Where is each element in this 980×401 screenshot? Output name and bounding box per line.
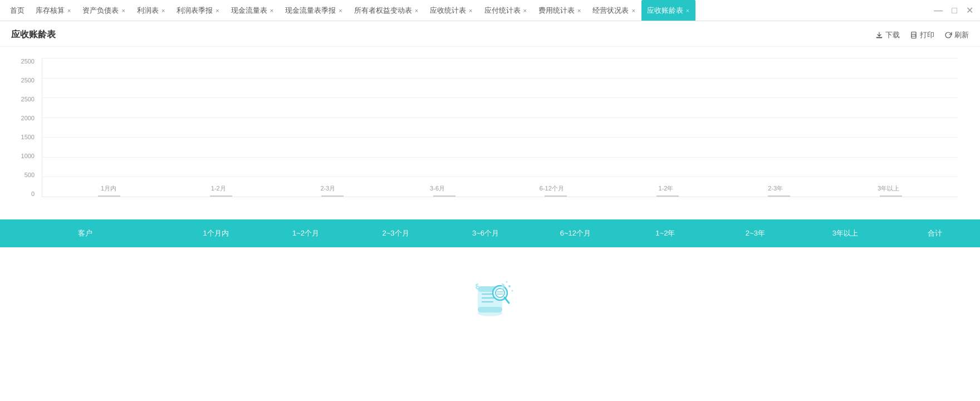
y-label-2500b: 2500 bbox=[21, 77, 35, 84]
svg-point-16 bbox=[508, 285, 511, 287]
chart-container: 2500 2500 2500 2000 1500 1000 500 0 bbox=[11, 58, 963, 214]
col-header-month1-2: 1~2个月 bbox=[261, 228, 350, 238]
y-label-2000: 2000 bbox=[21, 115, 35, 121]
tab-close-profit-quarter[interactable]: × bbox=[215, 7, 219, 14]
refresh-icon bbox=[944, 31, 952, 39]
tab-close-equity[interactable]: × bbox=[415, 7, 418, 14]
chart-inner: 1月内 1-2月 2-3月 3-6月 6-12个月 1-2年 2-3年 3年以上 bbox=[42, 58, 958, 197]
tab-close-expense-stat[interactable]: × bbox=[577, 7, 581, 14]
x-label-month6-12: 6-12个月 bbox=[540, 184, 564, 193]
y-label-0: 0 bbox=[31, 190, 35, 197]
table-header: 客户 1个月内 1~2个月 2~3个月 3~6个月 6~12个月 1~2年 2~… bbox=[0, 219, 980, 247]
x-label-month3-6: 3-6月 bbox=[430, 184, 445, 193]
svg-rect-0 bbox=[876, 37, 882, 38]
chart-area: 2500 2500 2500 2000 1500 1000 500 0 bbox=[0, 47, 980, 219]
tab-close-inventory[interactable]: × bbox=[67, 7, 71, 14]
tab-cashflow[interactable]: 现金流量表 × bbox=[226, 0, 280, 21]
tab-ap-stat[interactable]: 应付统计表 × bbox=[479, 0, 533, 21]
x-label-year1-2: 1-2年 bbox=[659, 184, 674, 193]
x-label-month1: 1月内 bbox=[101, 184, 116, 193]
refresh-button[interactable]: 刷新 bbox=[944, 30, 969, 40]
svg-point-3 bbox=[915, 35, 915, 35]
tab-close-cashflow-quarter[interactable]: × bbox=[339, 7, 342, 14]
x-label-year2-3: 2-3年 bbox=[768, 184, 783, 193]
page-content: 应收账龄表 下载 打印 bbox=[0, 21, 980, 401]
svg-line-13 bbox=[504, 297, 509, 303]
tab-balance[interactable]: 资产负债表 × bbox=[77, 0, 131, 21]
tab-operations[interactable]: 经营状况表 × bbox=[587, 0, 641, 21]
tab-close-ar-aging[interactable]: × bbox=[686, 7, 689, 14]
tab-close-cashflow[interactable]: × bbox=[270, 7, 273, 14]
tab-expense-stat[interactable]: 费用统计表 × bbox=[533, 0, 587, 21]
col-header-year3plus: 3年以上 bbox=[800, 228, 890, 238]
tab-profit-quarter[interactable]: 利润表季报 × bbox=[171, 0, 225, 21]
print-icon bbox=[910, 31, 918, 39]
empty-state bbox=[0, 247, 980, 348]
page-title: 应收账龄表 bbox=[11, 29, 56, 41]
col-header-customer: 客户 bbox=[0, 228, 171, 238]
tab-close-operations[interactable]: × bbox=[631, 7, 635, 14]
svg-rect-7 bbox=[478, 307, 502, 312]
col-header-month2-3: 2~3个月 bbox=[351, 228, 440, 238]
tab-profit[interactable]: 利润表 × bbox=[131, 0, 171, 21]
tab-close-ap-stat[interactable]: × bbox=[523, 7, 527, 14]
tab-close-ar-stat[interactable]: × bbox=[469, 7, 472, 14]
window-minimize-button[interactable]: — bbox=[932, 4, 945, 17]
svg-point-12 bbox=[496, 288, 504, 297]
col-header-month3-6: 3~6个月 bbox=[440, 228, 530, 238]
svg-point-17 bbox=[512, 290, 513, 292]
y-label-1000: 1000 bbox=[21, 153, 35, 159]
print-button[interactable]: 打印 bbox=[910, 30, 934, 40]
y-label-2500a: 2500 bbox=[21, 58, 35, 65]
empty-illustration bbox=[462, 270, 518, 320]
x-labels: 1月内 1-2月 2-3月 3-6月 6-12个月 1-2年 2-3年 3年以上 bbox=[42, 180, 958, 197]
window-close-button[interactable]: ✕ bbox=[964, 4, 976, 17]
download-button[interactable]: 下载 bbox=[875, 30, 900, 40]
page-header: 应收账龄表 下载 打印 bbox=[0, 21, 980, 47]
y-label-1500: 1500 bbox=[21, 134, 35, 140]
tab-equity[interactable]: 所有者权益变动表 × bbox=[349, 0, 424, 21]
tab-inventory[interactable]: 库存核算 × bbox=[30, 0, 77, 21]
tab-ar-aging[interactable]: 应收账龄表 × bbox=[641, 0, 695, 21]
x-label-month2-3: 2-3月 bbox=[320, 184, 335, 193]
tab-bar: 首页 库存核算 × 资产负债表 × 利润表 × 利润表季报 × 现金流量表 × … bbox=[0, 0, 980, 21]
tab-home[interactable]: 首页 bbox=[4, 6, 30, 16]
col-header-year2-3: 2~3年 bbox=[710, 228, 800, 238]
col-header-month6-12: 6~12个月 bbox=[531, 228, 620, 238]
tab-close-balance[interactable]: × bbox=[121, 7, 125, 14]
y-label-500: 500 bbox=[24, 172, 35, 178]
tab-cashflow-quarter[interactable]: 现金流量表季报 × bbox=[280, 0, 348, 21]
download-icon bbox=[875, 31, 883, 39]
window-maximize-button[interactable]: □ bbox=[949, 4, 959, 17]
col-header-month1: 1个月内 bbox=[171, 228, 261, 238]
col-header-year1-2: 1~2年 bbox=[620, 228, 710, 238]
header-actions: 下载 打印 刷新 bbox=[875, 30, 969, 40]
table-section: 客户 1个月内 1~2个月 2~3个月 3~6个月 6~12个月 1~2年 2~… bbox=[0, 219, 980, 348]
svg-point-18 bbox=[506, 281, 508, 283]
col-header-total: 合计 bbox=[890, 228, 980, 238]
y-label-2500c: 2500 bbox=[21, 96, 35, 102]
tab-bar-actions: — □ ✕ bbox=[932, 4, 976, 17]
bars-container bbox=[42, 58, 958, 197]
tab-ar-stat[interactable]: 应收统计表 × bbox=[424, 0, 478, 21]
y-axis: 2500 2500 2500 2000 1500 1000 500 0 bbox=[11, 58, 39, 197]
x-label-year3plus: 3年以上 bbox=[878, 184, 899, 193]
tab-close-profit[interactable]: × bbox=[161, 7, 165, 14]
x-label-month1-2: 1-2月 bbox=[211, 184, 226, 193]
